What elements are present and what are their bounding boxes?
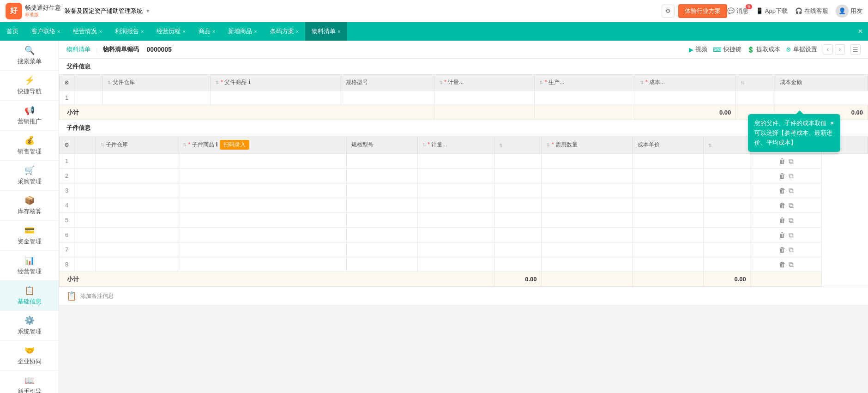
child-row-7-warehouse[interactable] xyxy=(74,242,96,257)
child-row-3-cost-amount[interactable] xyxy=(703,183,751,198)
child-row-2-cost-unit[interactable] xyxy=(542,169,633,183)
sidebar-item-inventory[interactable]: 📦 库存核算 xyxy=(0,191,59,221)
child-row-5-cost-unit[interactable] xyxy=(542,213,633,228)
shortcut-button[interactable]: ⌨ 快捷键 xyxy=(713,45,741,54)
parent-row-1-cost[interactable] xyxy=(535,91,635,105)
breadcrumb-detail[interactable]: 物料清单编码 xyxy=(103,45,139,54)
delete-icon[interactable]: 🗑 xyxy=(779,260,786,269)
child-row-4-cost-unit[interactable] xyxy=(542,198,633,213)
child-row-2-warehouse[interactable] xyxy=(74,169,96,183)
child-row-4-warehouse[interactable] xyxy=(74,198,96,213)
child-row-3-unit[interactable] xyxy=(347,183,417,198)
service-button[interactable]: 🎧 在线客服 xyxy=(795,7,828,15)
message-button[interactable]: 💬 消息 6 xyxy=(727,7,748,15)
child-row-1-qty[interactable] xyxy=(494,154,542,169)
child-row-7-spec[interactable] xyxy=(178,242,347,257)
child-row-7-cost-amount[interactable] xyxy=(703,242,751,257)
child-row-2-unit[interactable] xyxy=(347,169,417,183)
child-row-6-cost-amount[interactable] xyxy=(703,228,751,242)
child-row-2-goods[interactable] xyxy=(96,169,178,183)
trial-button[interactable]: 体验行业方案 xyxy=(678,4,727,18)
sidebar-item-quicknav[interactable]: ⚡ 快捷导航 xyxy=(0,71,59,101)
delete-icon[interactable]: 🗑 xyxy=(779,157,786,165)
delete-icon[interactable]: 🗑 xyxy=(779,216,786,224)
child-row-8-spec[interactable] xyxy=(178,257,347,272)
tab-operation[interactable]: 经营情况 × xyxy=(66,22,108,41)
copy-icon[interactable]: ⧉ xyxy=(789,187,794,195)
sidebar-item-enterprise[interactable]: 🤝 企业协同 xyxy=(0,341,59,371)
sidebar-item-marketing[interactable]: 📢 营销推广 xyxy=(0,101,59,131)
sidebar-item-sales[interactable]: 💰 销售管理 xyxy=(0,131,59,161)
view-video-button[interactable]: ▶ 视频 xyxy=(689,45,707,54)
parent-row-1-warehouse[interactable] xyxy=(74,91,102,105)
child-row-8-cost-unit[interactable] xyxy=(542,257,633,272)
child-col-gear[interactable]: ⚙ xyxy=(60,136,74,154)
parent-row-1-unit[interactable] xyxy=(341,91,434,105)
tab-goods[interactable]: 商品 × xyxy=(192,22,222,41)
sidebar-item-guide[interactable]: 📖 新手引导 xyxy=(0,371,59,393)
sidebar-item-finance[interactable]: 💳 资金管理 xyxy=(0,221,59,251)
child-row-3-warehouse[interactable] xyxy=(74,183,96,198)
child-row-4-spec[interactable] xyxy=(178,198,347,213)
child-row-7-qty[interactable] xyxy=(494,242,542,257)
sidebar-item-ops[interactable]: 📊 经营管理 xyxy=(0,251,59,281)
child-row-5-spec[interactable] xyxy=(178,213,347,228)
tab-bom[interactable]: 物料清单 × xyxy=(305,22,347,41)
scan-input-button[interactable]: 扫码录入 xyxy=(220,140,249,150)
child-row-1-unit[interactable] xyxy=(347,154,417,169)
child-row-6-goods[interactable] xyxy=(96,228,178,242)
parent-row-1-goods[interactable] xyxy=(102,91,211,105)
parent-col-gear[interactable]: ⚙ xyxy=(60,75,74,91)
child-row-5-goods[interactable] xyxy=(96,213,178,228)
child-row-5-cost-amount[interactable] xyxy=(703,213,751,228)
next-arrow[interactable]: › xyxy=(835,44,845,54)
tab-history[interactable]: 经营历程 × xyxy=(150,22,192,41)
delete-icon[interactable]: 🗑 xyxy=(779,201,786,210)
copy-icon[interactable]: ⧉ xyxy=(789,260,794,269)
add-note-text[interactable]: 添加备注信息 xyxy=(80,292,114,300)
child-row-5-qty[interactable] xyxy=(494,213,542,228)
child-row-4-cost-amount[interactable] xyxy=(703,198,751,213)
close-icon[interactable]: × xyxy=(182,29,185,34)
user-button[interactable]: 👤 用友 xyxy=(836,5,862,18)
sidebar-item-search[interactable]: 🔍 搜索菜单 xyxy=(0,41,59,71)
content-scroll[interactable]: 父件信息 ⚙ ⇅ 父件仓库 ⇅ * 父件商品 ℹ xyxy=(59,59,868,393)
tab-newgoods[interactable]: 新增商品 × xyxy=(222,22,263,41)
close-icon[interactable]: × xyxy=(212,29,215,34)
child-row-2-spec[interactable] xyxy=(178,169,347,183)
doc-settings-button[interactable]: ⚙ 单据设置 xyxy=(786,45,817,54)
tab-barcode[interactable]: 条码方案 × xyxy=(264,22,305,41)
child-row-4-unit[interactable] xyxy=(347,198,417,213)
child-row-1-goods[interactable] xyxy=(96,154,178,169)
parent-row-1-cost-amount[interactable] xyxy=(736,91,775,105)
close-icon[interactable]: × xyxy=(57,29,60,34)
tooltip-close-button[interactable]: × xyxy=(830,119,834,128)
child-row-8-goods[interactable] xyxy=(96,257,178,272)
sidebar-item-basic[interactable]: 📋 基础信息 xyxy=(0,281,59,311)
delete-icon[interactable]: 🗑 xyxy=(779,246,786,254)
child-row-3-goods[interactable] xyxy=(96,183,178,198)
child-row-6-unit[interactable] xyxy=(347,228,417,242)
tab-client[interactable]: 客户联络 × xyxy=(25,22,66,41)
child-row-3-qty[interactable] xyxy=(494,183,542,198)
parent-row-1-spec[interactable] xyxy=(211,91,341,105)
child-row-5-warehouse[interactable] xyxy=(74,213,96,228)
child-row-6-spec[interactable] xyxy=(178,228,347,242)
gear-button[interactable]: ⚙ xyxy=(662,5,675,18)
child-row-3-cost-unit[interactable] xyxy=(542,183,633,198)
breadcrumb-main[interactable]: 物料清单 xyxy=(66,45,90,54)
child-row-7-cost-unit[interactable] xyxy=(542,242,633,257)
child-row-2-qty[interactable] xyxy=(494,169,542,183)
child-row-1-cost-unit[interactable] xyxy=(542,154,633,169)
parent-row-1-batch[interactable] xyxy=(434,91,535,105)
close-all-tabs[interactable]: × xyxy=(853,27,868,36)
delete-icon[interactable]: 🗑 xyxy=(779,172,786,180)
copy-icon[interactable]: ⧉ xyxy=(789,216,794,224)
child-row-3-spec[interactable] xyxy=(178,183,347,198)
close-icon[interactable]: × xyxy=(141,29,144,34)
delete-icon[interactable]: 🗑 xyxy=(779,231,786,239)
copy-icon[interactable]: ⧉ xyxy=(789,157,794,165)
prev-arrow[interactable]: ‹ xyxy=(823,44,833,54)
child-row-7-unit[interactable] xyxy=(347,242,417,257)
sidebar-item-purchase[interactable]: 🛒 采购管理 xyxy=(0,161,59,191)
